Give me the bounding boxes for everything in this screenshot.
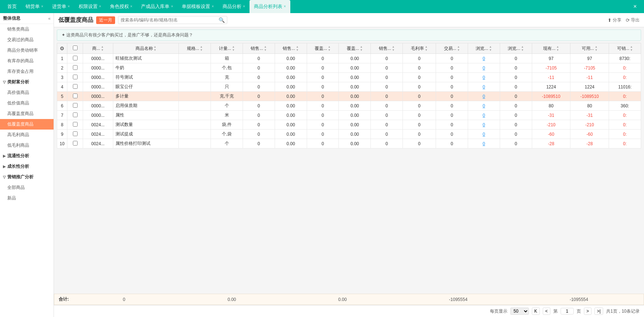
col-sales3[interactable]: 销售...▲▼ — [371, 43, 403, 54]
row-checkbox[interactable] — [67, 54, 83, 63]
row-cover1: 0 — [307, 101, 339, 111]
col-current[interactable]: 现有...▲▼ — [532, 43, 570, 54]
nav-role[interactable]: 角色授权 × — [106, 0, 137, 13]
row-checkbox[interactable] — [67, 130, 83, 139]
row-select-checkbox[interactable] — [73, 122, 78, 127]
sidebar-item-高覆盖度商品[interactable]: 高覆盖度商品 — [0, 108, 54, 119]
nav-sales[interactable]: 销货单 × — [21, 0, 48, 13]
row-checkbox[interactable] — [67, 73, 83, 82]
search-input-wrap: 🔍 — [118, 16, 227, 24]
row-checkbox[interactable] — [67, 63, 83, 73]
row-checkbox[interactable] — [67, 111, 83, 120]
page-size-select[interactable]: 20 50 100 200 — [510, 308, 529, 315]
date-filter-button[interactable]: 近一月 — [96, 16, 115, 24]
sidebar-section-类财富分析[interactable]: ▽ 类财富分析 — [0, 77, 54, 87]
row-checkbox[interactable] — [67, 92, 83, 101]
export-button[interactable]: ⟳ 导出 — [626, 17, 640, 23]
prev-page-button[interactable]: < — [543, 308, 550, 315]
nav-template-close[interactable]: × — [212, 0, 214, 13]
nav-home[interactable]: 首页 — [3, 0, 21, 13]
sidebar-item-全部商品[interactable]: 全部商品 — [0, 182, 54, 193]
col-cover1[interactable]: 覆盖...▲▼ — [307, 43, 339, 54]
row-saleable: 0: — [609, 130, 641, 139]
row-checkbox[interactable] — [67, 139, 83, 148]
col-sales2[interactable]: 销售...▲▼ — [275, 43, 307, 54]
row-checkbox[interactable] — [67, 82, 83, 92]
sidebar-section-营销推广分析[interactable]: ▽ 营销推广分析 — [0, 172, 54, 182]
sidebar-item-销售类商品[interactable]: 销售类商品 — [0, 24, 54, 35]
nav-purchase-close[interactable]: × — [68, 0, 70, 13]
sidebar-item-高价值商品[interactable]: 高价值商品 — [0, 87, 54, 98]
row-select-checkbox[interactable] — [73, 84, 78, 89]
first-page-button[interactable]: K — [532, 308, 540, 315]
nav-role-close[interactable]: × — [130, 0, 133, 13]
row-trade: 0 — [436, 92, 468, 101]
sidebar-section-成长性分析[interactable]: ▶ 成长性分析 — [0, 161, 54, 172]
row-browse1[interactable]: 0 — [468, 130, 500, 139]
col-gross-margin[interactable]: 毛利率▲▼ — [403, 43, 436, 54]
sidebar-item-有库存的商品[interactable]: 有库存的商品 — [0, 56, 54, 66]
nav-product-inbound-close[interactable]: × — [171, 0, 173, 13]
page-number-input[interactable] — [561, 308, 574, 314]
sidebar-item-低毛利商品[interactable]: 低毛利商品 — [0, 140, 54, 151]
row-select-checkbox[interactable] — [73, 75, 78, 79]
col-sales1[interactable]: 销售...▲▼ — [243, 43, 275, 54]
row-select-checkbox[interactable] — [73, 103, 78, 108]
nav-product-analysis-close[interactable]: × — [243, 0, 245, 13]
row-browse1[interactable]: 0 — [468, 82, 500, 92]
sidebar-section-流通性分析[interactable]: ▶ 流通性分析 — [0, 151, 54, 161]
nav-product-inbound[interactable]: 产成品入库单 × — [137, 0, 177, 13]
sidebar-collapse-btn[interactable]: « — [48, 16, 51, 21]
row-browse1[interactable]: 0 — [468, 101, 500, 111]
nav-permission[interactable]: 权限设置 × — [74, 0, 106, 13]
sidebar-item-库存资金占用[interactable]: 库存资金占用 — [0, 66, 54, 77]
col-cover2[interactable]: 覆盖...▲▼ — [339, 43, 371, 54]
row-browse1[interactable]: 0 — [468, 63, 500, 73]
row-browse1[interactable]: 0 — [468, 111, 500, 120]
row-browse1[interactable]: 0 — [468, 54, 500, 63]
col-checkbox[interactable] — [67, 43, 83, 54]
row-checkbox[interactable] — [67, 120, 83, 130]
col-spec[interactable]: 规格...▲▼ — [179, 43, 211, 54]
row-select-checkbox[interactable] — [73, 94, 78, 98]
sidebar-item-高毛利商品[interactable]: 高毛利商品 — [0, 130, 54, 140]
nav-template[interactable]: 单据模板设置 × — [177, 0, 218, 13]
sidebar-item-低覆盖度商品[interactable]: 低覆盖度商品 — [0, 119, 54, 130]
col-saleable[interactable]: 可销...▲▼ — [609, 43, 641, 54]
row-select-checkbox[interactable] — [73, 141, 78, 146]
col-browse2[interactable]: 浏览...▲▼ — [500, 43, 532, 54]
sidebar-item-商品分类动销率[interactable]: 商品分类动销率 — [0, 45, 54, 56]
next-page-button[interactable]: > — [584, 308, 592, 315]
search-icon[interactable]: 🔍 — [219, 17, 225, 23]
row-select-checkbox[interactable] — [73, 65, 78, 70]
col-browse1[interactable]: 浏览...▲▼ — [468, 43, 500, 54]
search-input[interactable] — [121, 17, 219, 23]
row-browse1[interactable]: 0 — [468, 139, 500, 148]
row-select-checkbox[interactable] — [73, 56, 78, 60]
col-available[interactable]: 可用...▲▼ — [570, 43, 609, 54]
sidebar-item-低价值商品[interactable]: 低价值商品 — [0, 98, 54, 108]
row-select-checkbox[interactable] — [73, 131, 78, 136]
row-browse1[interactable]: 0 — [468, 92, 500, 101]
sidebar-item-新品[interactable]: 新品 — [0, 193, 54, 203]
nav-product-analysis-list-close[interactable]: × — [284, 0, 286, 13]
window-close-button[interactable]: × — [629, 3, 641, 9]
select-all-checkbox[interactable] — [73, 45, 78, 50]
nav-sales-close[interactable]: × — [41, 0, 43, 13]
col-unit[interactable]: 计量...▲▼ — [211, 43, 243, 54]
col-code[interactable]: 商...▲▼ — [83, 43, 113, 54]
nav-permission-close[interactable]: × — [99, 0, 101, 13]
nav-product-analysis-list[interactable]: 商品分析列表 × — [250, 0, 290, 13]
col-trade[interactable]: 交易...▲▼ — [436, 43, 468, 54]
share-button[interactable]: ⬆ 分享 — [608, 17, 621, 23]
nav-purchase[interactable]: 进货单 × — [48, 0, 74, 13]
sidebar-item-交易过的商品[interactable]: 交易过的商品 — [0, 35, 54, 45]
row-browse1[interactable]: 0 — [468, 120, 500, 130]
nav-product-analysis[interactable]: 商品分析 × — [218, 0, 250, 13]
col-settings[interactable]: ⚙ — [57, 43, 67, 54]
last-page-button[interactable]: >| — [594, 308, 603, 315]
row-checkbox[interactable] — [67, 101, 83, 111]
row-select-checkbox[interactable] — [73, 112, 78, 117]
row-browse1[interactable]: 0 — [468, 73, 500, 82]
col-name[interactable]: 商品名称▲▼ — [113, 43, 179, 54]
